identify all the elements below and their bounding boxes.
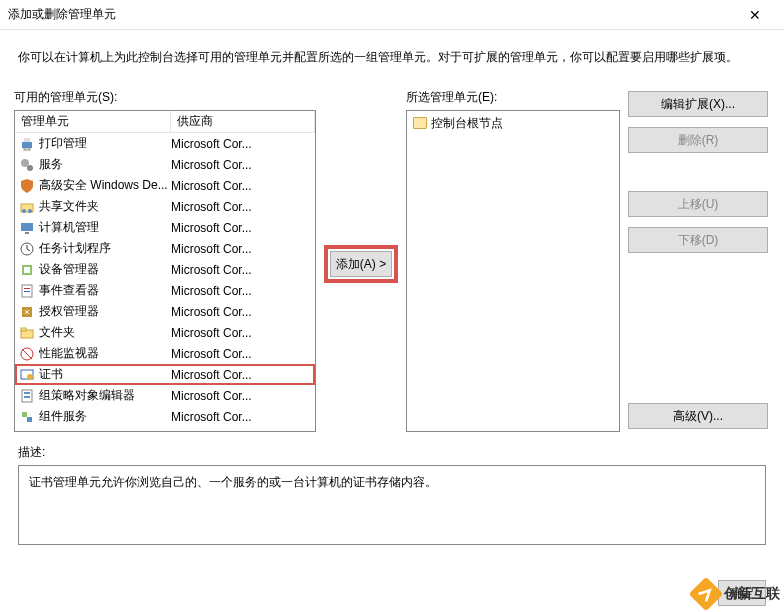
item-name: 授权管理器 xyxy=(39,303,171,320)
item-name: 打印管理 xyxy=(39,135,171,152)
watermark-logo-icon xyxy=(686,574,726,612)
svg-rect-0 xyxy=(22,142,32,148)
gpo-icon xyxy=(17,387,37,405)
item-vendor: Microsoft Cor... xyxy=(171,221,313,235)
item-vendor: Microsoft Cor... xyxy=(171,179,313,193)
console-root-label: 控制台根节点 xyxy=(431,115,503,132)
shield-icon xyxy=(17,177,37,195)
advanced-button[interactable]: 高级(V)... xyxy=(628,403,768,429)
move-down-button[interactable]: 下移(D) xyxy=(628,227,768,253)
item-name: 任务计划程序 xyxy=(39,240,171,257)
available-rows[interactable]: 打印管理Microsoft Cor...服务Microsoft Cor...高级… xyxy=(15,133,315,432)
item-name: 组件服务 xyxy=(39,408,171,425)
svg-rect-27 xyxy=(689,577,724,612)
available-listbox[interactable]: 管理单元 供应商 打印管理Microsoft Cor...服务Microsoft… xyxy=(14,110,316,432)
add-button-highlight: 添加(A) > xyxy=(324,245,398,283)
item-name: 高级安全 Windows De... xyxy=(39,177,171,194)
certificate-icon xyxy=(17,366,37,384)
list-item[interactable]: 性能监视器Microsoft Cor... xyxy=(15,343,315,364)
svg-rect-26 xyxy=(27,417,32,422)
svg-rect-2 xyxy=(24,148,30,150)
event-icon xyxy=(17,282,37,300)
printer-icon xyxy=(17,135,37,153)
clock-icon xyxy=(17,240,37,258)
intro-text: 你可以在计算机上为此控制台选择可用的管理单元并配置所选的一组管理单元。对于可扩展… xyxy=(0,30,784,77)
list-item[interactable]: 设备管理器Microsoft Cor... xyxy=(15,259,315,280)
svg-point-3 xyxy=(21,159,29,167)
description-text: 证书管理单元允许你浏览自己的、一个服务的或一台计算机的证书存储内容。 xyxy=(29,475,437,489)
list-item[interactable]: 服务Microsoft Cor... xyxy=(15,154,315,175)
item-name: 性能监视器 xyxy=(39,345,171,362)
item-vendor: Microsoft Cor... xyxy=(171,200,313,214)
list-item[interactable]: 共享文件夹Microsoft Cor... xyxy=(15,196,315,217)
svg-point-4 xyxy=(27,165,33,171)
list-item[interactable]: 打印管理Microsoft Cor... xyxy=(15,133,315,154)
watermark-text: 创新互联 xyxy=(724,585,780,603)
item-vendor: Microsoft Cor... xyxy=(171,347,313,361)
device-icon xyxy=(17,261,37,279)
svg-point-6 xyxy=(22,209,26,213)
svg-point-7 xyxy=(28,209,32,213)
watermark: 创新互联 xyxy=(692,580,780,608)
selected-label: 所选管理单元(E): xyxy=(406,89,620,106)
svg-rect-25 xyxy=(22,412,27,417)
gears-icon xyxy=(17,156,37,174)
available-list-header: 管理单元 供应商 xyxy=(15,111,315,133)
item-vendor: Microsoft Cor... xyxy=(171,137,313,151)
remove-button[interactable]: 删除(R) xyxy=(628,127,768,153)
svg-rect-15 xyxy=(24,291,30,292)
available-label: 可用的管理单元(S): xyxy=(14,89,316,106)
item-vendor: Microsoft Cor... xyxy=(171,263,313,277)
svg-rect-1 xyxy=(24,138,30,142)
item-vendor: Microsoft Cor... xyxy=(171,410,313,424)
computer-icon xyxy=(17,219,37,237)
svg-rect-23 xyxy=(24,392,30,394)
edit-extensions-button[interactable]: 编辑扩展(X)... xyxy=(628,91,768,117)
selected-listbox[interactable]: 控制台根节点 xyxy=(406,110,620,432)
item-vendor: Microsoft Cor... xyxy=(171,158,313,172)
description-box: 证书管理单元允许你浏览自己的、一个服务的或一台计算机的证书存储内容。 xyxy=(18,465,766,545)
item-vendor: Microsoft Cor... xyxy=(171,242,313,256)
svg-rect-8 xyxy=(21,223,33,231)
perf-icon xyxy=(17,345,37,363)
item-name: 服务 xyxy=(39,156,171,173)
list-item[interactable]: 计算机管理Microsoft Cor... xyxy=(15,217,315,238)
close-icon: ✕ xyxy=(749,7,761,23)
item-name: 计算机管理 xyxy=(39,219,171,236)
header-name[interactable]: 管理单元 xyxy=(15,111,171,132)
folder-icon xyxy=(17,324,37,342)
item-vendor: Microsoft Cor... xyxy=(171,389,313,403)
item-vendor: Microsoft Cor... xyxy=(171,305,313,319)
move-up-button[interactable]: 上移(U) xyxy=(628,191,768,217)
svg-rect-14 xyxy=(24,288,30,289)
component-icon xyxy=(17,408,37,426)
list-item[interactable]: 组策略对象编辑器Microsoft Cor... xyxy=(15,385,315,406)
item-name: 组策略对象编辑器 xyxy=(39,387,171,404)
list-item[interactable]: 证书Microsoft Cor... xyxy=(15,364,315,385)
svg-rect-9 xyxy=(25,232,29,234)
close-button[interactable]: ✕ xyxy=(734,1,776,29)
item-name: 事件查看器 xyxy=(39,282,171,299)
list-item[interactable]: 任务计划程序Microsoft Cor... xyxy=(15,238,315,259)
item-name: 证书 xyxy=(39,366,171,383)
list-item[interactable]: 事件查看器Microsoft Cor... xyxy=(15,280,315,301)
svg-rect-24 xyxy=(24,396,30,398)
folder-icon xyxy=(413,117,427,129)
svg-point-21 xyxy=(27,374,33,380)
item-vendor: Microsoft Cor... xyxy=(171,368,313,382)
list-item[interactable]: 高级安全 Windows De...Microsoft Cor... xyxy=(15,175,315,196)
item-vendor: Microsoft Cor... xyxy=(171,326,313,340)
item-name: 共享文件夹 xyxy=(39,198,171,215)
auth-icon xyxy=(17,303,37,321)
item-name: 设备管理器 xyxy=(39,261,171,278)
list-item[interactable]: 授权管理器Microsoft Cor... xyxy=(15,301,315,322)
add-button[interactable]: 添加(A) > xyxy=(330,251,392,277)
header-vendor[interactable]: 供应商 xyxy=(171,111,315,132)
window-title: 添加或删除管理单元 xyxy=(8,6,734,23)
description-label: 描述: xyxy=(0,432,784,461)
console-root-item[interactable]: 控制台根节点 xyxy=(409,113,617,133)
list-item[interactable]: 组件服务Microsoft Cor... xyxy=(15,406,315,427)
titlebar: 添加或删除管理单元 ✕ xyxy=(0,0,784,30)
share-folder-icon xyxy=(17,198,37,216)
list-item[interactable]: 文件夹Microsoft Cor... xyxy=(15,322,315,343)
